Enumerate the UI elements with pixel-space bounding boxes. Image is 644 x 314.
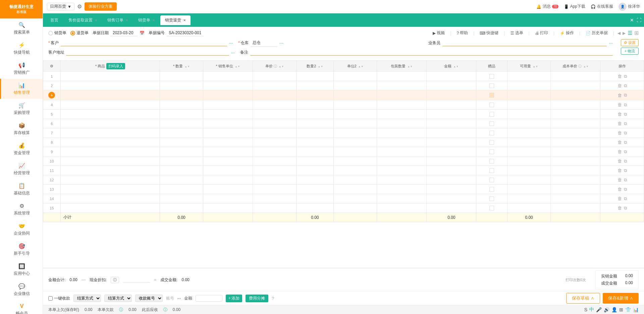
address-select-icon[interactable]: ··· [231,50,235,55]
gift-checkbox-11[interactable] [489,168,494,173]
sidebar-item-operations[interactable]: 📈 经营管理 [0,159,43,179]
gift-checkbox-9[interactable] [489,149,494,154]
print-btn[interactable]: 🖨 打印 [533,29,550,37]
del-7[interactable]: 🗑 [617,130,622,136]
account-select[interactable]: 收款账号 [135,295,163,302]
del-14[interactable]: 🗑 [617,196,622,202]
warehouse-select-icon[interactable]: ··· [279,40,283,46]
scan-input-btn[interactable]: 扫码录入 [106,63,125,69]
calendar-icon[interactable]: 📅 [140,31,145,36]
tab-price-settings[interactable]: 售价提取设置 ✕ [64,15,102,25]
del-13[interactable]: 🗑 [617,186,622,192]
save-new-btn[interactable]: 保存&新增 ∧ [603,293,639,304]
gift-checkbox-1[interactable] [489,74,494,79]
topbar-gear-icon[interactable]: ⚙ [77,3,82,10]
tab-sales-delivery[interactable]: 销货单 ✕ [133,15,160,25]
help-btn[interactable]: ? 帮助 [455,29,470,37]
delete-row-btn-1[interactable]: 🗑 [617,73,622,79]
sidebar-item-shortcut[interactable]: ⚡ 快捷导航 [0,39,43,59]
gift-checkbox-active[interactable] [489,93,494,98]
sidebar-item-search[interactable]: 🔍 搜索菜单 [0,18,43,39]
del-8[interactable]: 🗑 [617,139,622,145]
list-view-icon[interactable]: ☰ [628,30,632,36]
col-gear[interactable]: ⚙ [43,61,61,72]
copy-row-btn-active[interactable]: ⧉ [624,92,627,98]
close-tab-icon[interactable]: ✕ [630,17,634,23]
payment-help-icon[interactable]: ? [272,296,274,301]
history-btn[interactable]: 📄 历史单据 [584,29,610,37]
gift-checkbox-6[interactable] [489,121,494,126]
address-input[interactable] [66,49,229,56]
grid-view-icon[interactable]: ⊞ [634,30,639,36]
chart-statusbar-icon[interactable]: 📊 [633,307,639,312]
speaker-icon[interactable]: 🔊 [604,307,609,312]
add-logistics-button[interactable]: + 物流 [621,48,639,55]
sidebar-item-sales[interactable]: 📊 销售管理 [0,79,43,99]
payment-method-select[interactable]: 结算方式 [73,295,101,302]
del-15[interactable]: 🗑 [617,205,622,211]
product-input-3[interactable] [62,93,158,98]
customer-select-icon[interactable]: ··· [229,40,233,46]
expense-split-btn[interactable]: 费用分摊 [246,295,268,302]
user-profile[interactable]: 👤 徐泽华 [619,3,640,11]
copy-7[interactable]: ⧉ [624,130,627,136]
tab-sales-order-close[interactable]: ✕ [125,18,128,22]
gift-checkbox-7[interactable] [489,131,494,135]
video-btn[interactable]: ▶ 视频 [431,29,447,37]
tab-sales-return[interactable]: 销货退货 ✕ [160,15,191,25]
delete-row-btn-2[interactable]: 🗑 [617,83,622,89]
app-download-btn[interactable]: 📱 App下载 [564,4,585,9]
radio-return[interactable]: 退货单 [70,30,89,36]
del-5[interactable]: 🗑 [617,111,622,117]
sidebar-item-newbie[interactable]: 🎯 新手引导 [0,240,43,260]
copy-15[interactable]: ⧉ [624,205,627,211]
sidebar-item-inventory[interactable]: 📦 库存核算 [0,119,43,139]
copy-10[interactable]: ⧉ [624,158,627,164]
tab-sales-return-close[interactable]: ✕ [183,18,186,22]
sidebar-item-finance[interactable]: 💰 资金管理 [0,139,43,159]
industry-selector[interactable]: 日用百货 ▼ [47,3,74,10]
settings-button[interactable]: ⚙ 设置 [621,39,639,46]
experience-btn[interactable]: 体验行业方案 [85,2,117,11]
sidebar-item-apps[interactable]: 🔲 应用中心 [0,260,43,280]
save-draft-btn[interactable]: 保存草稿 ∧ [566,293,600,304]
message-btn[interactable]: 🔔 消息 70 [536,4,558,9]
operate-btn[interactable]: ⚡ 操作 [558,29,576,37]
copy-12[interactable]: ⧉ [624,177,627,183]
note-input[interactable] [250,49,613,56]
gift-checkbox-8[interactable] [489,140,494,145]
sidebar-item-marketing[interactable]: 📢 营销推广 [0,59,43,79]
select-btn[interactable]: ☰ 选单 [508,29,525,37]
cash-discount-input[interactable] [123,277,150,282]
del-11[interactable]: 🗑 [617,168,622,174]
copy-11[interactable]: ⧉ [624,168,627,174]
radio-sale[interactable]: 销货单 [48,30,66,36]
del-4[interactable]: 🗑 [617,102,622,108]
del-9[interactable]: 🗑 [617,149,622,155]
prev-record-icon[interactable]: ◀ [618,31,621,36]
sidebar-item-enterprise[interactable]: 🤝 企业协同 [0,219,43,240]
copy-row-btn-2[interactable]: ⧉ [624,83,627,89]
add-payment-btn[interactable]: + 添加 [226,295,242,302]
del-10[interactable]: 🗑 [617,158,622,164]
person-icon[interactable]: 👤 [611,307,617,312]
online-service-btn[interactable]: 🎧 在线客服 [591,4,613,9]
gift-checkbox-12[interactable] [489,178,494,182]
tab-home[interactable]: 首页 [46,15,63,25]
copy-14[interactable]: ⧉ [624,196,627,202]
copy-4[interactable]: ⧉ [624,102,627,108]
gift-checkbox-10[interactable] [489,159,494,164]
gift-checkbox-2[interactable] [489,83,494,88]
sidebar-item-purchase[interactable]: 🛒 采购管理 [0,99,43,119]
copy-6[interactable]: ⧉ [624,121,627,127]
staff-select-icon[interactable]: ··· [609,40,613,46]
copy-13[interactable]: ⧉ [624,186,627,192]
mic-icon[interactable]: 🎤 [596,307,602,312]
customer-input[interactable] [61,40,227,46]
gift-checkbox-5[interactable] [489,112,494,117]
copy-9[interactable]: ⧉ [624,149,627,155]
del-12[interactable]: 🗑 [617,177,622,183]
shirt-icon[interactable]: 👕 [625,307,631,312]
calculate-method-select[interactable]: 结算方式 [104,295,132,302]
calc-discount-btn[interactable]: ⓘ [111,277,119,283]
